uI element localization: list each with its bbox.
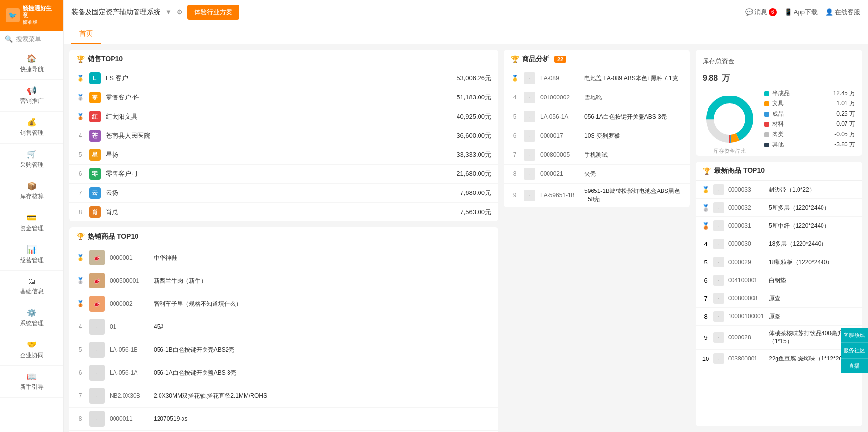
live-stream-btn[interactable]: 直播 — [841, 359, 868, 373]
product-name: 59651-1B旋转投影灯电池盒ABS黑色+58壳 — [584, 187, 683, 204]
product-code: 0000028 — [728, 334, 765, 341]
product-thumb: · — [713, 332, 724, 343]
rank-num: 8 — [511, 170, 519, 177]
list-item[interactable]: 🥉 🥩 0000002 智利车子里（规格不知道填什么） — [69, 292, 498, 315]
newest-products-title: 最新商品 TOP10 — [714, 167, 765, 175]
experience-btn[interactable]: 体验行业方案 — [187, 5, 239, 20]
top-header: 装备及固定资产辅助管理系统 ▼ ⚙ 体验行业方案 💬 消息 6 📱 App下载 … — [64, 0, 868, 24]
list-item[interactable]: 8 肖 肖总 7,563.00元 — [69, 203, 498, 221]
list-item[interactable]: 6 · 0000017 10S 变刹罗猴 — [504, 126, 690, 145]
chart-area: 库存资金占比 半成品 12.45 万 文具 1.01 万 — [703, 89, 855, 149]
list-item[interactable]: 5 · LA-056-1A 056-1A白色按键开关盖ABS 3壳 — [504, 107, 690, 126]
sidebar-item-sales[interactable]: 💰 销售管理 — [0, 112, 63, 144]
list-item[interactable]: 8 · 10000100001 原盔 — [696, 308, 862, 326]
product-name: 手机测试 — [584, 151, 683, 159]
main-content: 装备及固定资产辅助管理系统 ▼ ⚙ 体验行业方案 💬 消息 6 📱 App下载 … — [64, 0, 868, 432]
content-area: 🏆 销售TOP10 🥇 L LS 客户 53,006.26元 — [64, 44, 868, 432]
rank-icon: 🥉 — [76, 300, 84, 307]
list-item[interactable]: 5 · 0000029 18颗粒板（1220*2440） — [696, 253, 862, 271]
list-item[interactable]: 🥈 · 0000032 5厘多层（1220*2440） — [696, 199, 862, 217]
list-item[interactable]: 4 · 0000030 18多层（1220*2440） — [696, 235, 862, 253]
product-code: 10000100001 — [728, 313, 765, 320]
inventory-panel: 库存总资金 9.88 万 — [696, 50, 862, 156]
list-item[interactable]: 6 · 004100001 白钢垫 — [696, 271, 862, 289]
product-name: 056-1A白色按键开关盖ABS 3壳 — [584, 113, 683, 121]
list-item[interactable]: 7 · 000800008 原查 — [696, 289, 862, 308]
right-panel: 库存总资金 9.88 万 — [696, 50, 862, 426]
app-download-label: App下载 — [794, 8, 818, 17]
sidebar-item-base-info[interactable]: 🗂 基础信息 — [0, 271, 63, 302]
list-item[interactable]: 4 · 01 45# — [69, 315, 498, 338]
donut-svg — [703, 92, 756, 146]
list-item[interactable]: 🥈 零 零售客户·许 51,183.00元 — [69, 88, 498, 107]
list-item[interactable]: 7 云 云扬 7,680.00元 — [69, 184, 498, 203]
rank-num: 9 — [511, 192, 519, 199]
customer-name: 零售客户·于 — [106, 169, 452, 178]
list-item[interactable]: 🥇 · LA-089 电池盖 LA-089 ABS本色+黑种 7.1克 — [504, 69, 690, 88]
rank-icon: 🥉 — [702, 222, 709, 230]
product-thumb: · — [524, 111, 535, 122]
legend-name: 半成品 — [772, 89, 830, 97]
sidebar-item-inventory[interactable]: 📦 库存核算 — [0, 175, 63, 207]
list-item[interactable]: 🥇 🥩 0000001 中华神鞋 — [69, 246, 498, 269]
message-btn[interactable]: 💬 消息 6 — [745, 8, 777, 17]
list-item[interactable]: 9 · 0000028 体械茶核味苏打饮品400毫升（1*15） — [696, 326, 862, 350]
sidebar-item-marketing[interactable]: 📢 营销推广 — [0, 80, 63, 112]
legend-dot — [764, 122, 769, 127]
product-thumb: · — [713, 257, 724, 267]
system-name: 装备及固定资产辅助管理系统 — [71, 8, 160, 17]
rank-icon: 🥈 — [76, 94, 84, 101]
newest-products-list: 🥇 · 0000033 封边带（1.0*22） 🥈 · 0000032 5厘多层… — [696, 181, 862, 367]
list-item[interactable]: 🥉 红 红太阳文具 40,925.00元 — [69, 107, 498, 126]
list-item[interactable]: 4 苍 苍南县人民医院 36,600.00元 — [69, 126, 498, 145]
sidebar-item-finance[interactable]: 💳 资金管理 — [0, 207, 63, 239]
list-item[interactable]: 7 · 000800005 手机测试 — [504, 145, 690, 165]
sidebar-item-label: 销售管理 — [20, 129, 44, 137]
list-item[interactable]: 9 · LA-59651-1B 59651-1B旋转投影灯电池盒ABS黑色+58… — [504, 184, 690, 207]
home-tab[interactable]: 首页 — [71, 24, 101, 44]
product-thumb: · — [524, 149, 535, 161]
list-item[interactable]: 🥇 · 0000033 封边带（1.0*22） — [696, 181, 862, 199]
sidebar-item-purchase[interactable]: 🛒 采购管理 — [0, 144, 63, 175]
product-code: 0000033 — [728, 186, 765, 193]
list-item[interactable]: 8 · 0000011 12070519-xs — [69, 408, 498, 431]
sidebar-item-guide[interactable]: 📖 新手引导 — [0, 366, 63, 398]
sidebar-item-shortcuts[interactable]: 🏠 快捷导航 — [0, 48, 63, 80]
online-service-btn[interactable]: 👤 在线客服 — [825, 8, 860, 17]
rank-num: 5 — [702, 259, 709, 266]
hot-products-title: 热销商品 TOP10 — [88, 232, 138, 241]
list-item[interactable]: 8 · 0000021 夹壳 — [504, 165, 690, 184]
sidebar-item-label: 资金管理 — [20, 224, 44, 233]
list-item[interactable]: 🥉 · 0000031 5厘中纤（1220*2440） — [696, 217, 862, 235]
avatar: 零 — [89, 92, 101, 103]
rank-icon: 🥈 — [76, 277, 84, 284]
list-item[interactable]: 4 · 001000002 雪地靴 — [504, 88, 690, 107]
rank-num: 7 — [702, 295, 709, 302]
sidebar-item-operations[interactable]: 📊 经营管理 — [0, 239, 63, 271]
settings-icon[interactable]: ⚙ — [177, 8, 183, 16]
search-menu[interactable]: 🔍 搜索菜单 — [0, 31, 63, 48]
list-item[interactable]: 7 · NB2.0X30B 2.0X30MM双搓花轴.搓花直径2.1MM/ROH… — [69, 384, 498, 408]
legend-item: 材料 0.07 万 — [764, 120, 855, 128]
product-thumb: · — [713, 353, 724, 364]
customer-service-btn[interactable]: 客服热线 — [841, 328, 868, 343]
legend: 半成品 12.45 万 文具 1.01 万 成品 0.25 万 — [764, 89, 855, 149]
product-name: 白钢垫 — [769, 276, 856, 285]
app-download-btn[interactable]: 📱 App下载 — [784, 8, 818, 17]
list-item[interactable]: 🥇 L LS 客户 53,006.26元 — [69, 69, 498, 88]
product-thumb: · — [713, 184, 724, 195]
list-item[interactable]: 🥈 🥩 000500001 新西兰牛肉（新牛） — [69, 269, 498, 292]
service-community-btn[interactable]: 服务社区 — [841, 343, 868, 358]
list-item[interactable]: 6 · LA-056-1A 056-1A白色按键开关盖ABS 3壳 — [69, 361, 498, 384]
list-item[interactable]: 10 · 003800001 22g鱼豆腐·烧烤味（1*12*20） — [696, 350, 862, 367]
product-code: LA-056-1A — [110, 369, 149, 376]
product-name: 智利车子里（规格不知道填什么） — [154, 300, 491, 308]
dropdown-icon[interactable]: ▼ — [165, 8, 172, 16]
list-item[interactable]: 5 · LA-056-1B 056-1B白色按键开关壳ABS2壳 — [69, 338, 498, 361]
list-item[interactable]: 5 星 星扬 33,333.00元 — [69, 145, 498, 165]
sidebar-item-enterprise[interactable]: 🤝 企业协同 — [0, 334, 63, 366]
list-item[interactable]: 6 零 零售客户·于 21,680.00元 — [69, 165, 498, 184]
product-name: 封边带（1.0*22） — [769, 186, 856, 194]
sidebar-item-system[interactable]: ⚙️ 系统管理 — [0, 302, 63, 334]
legend-val: 1.01 万 — [836, 99, 855, 108]
